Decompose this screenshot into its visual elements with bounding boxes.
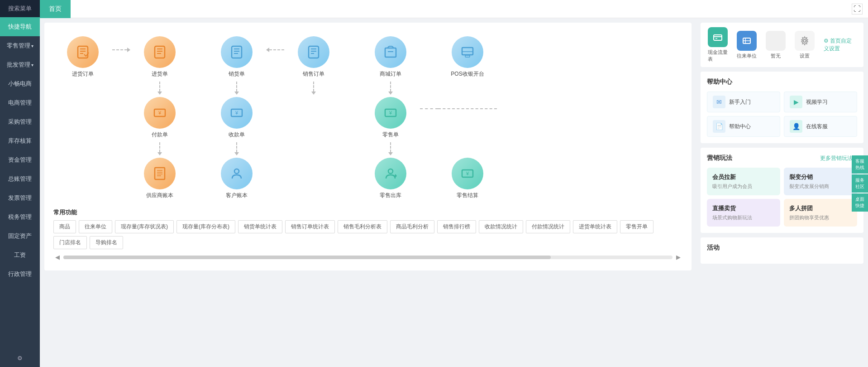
scroll-right[interactable]: ▶ [674,253,682,261]
func-btn-11[interactable]: 进货单统计表 [573,220,617,233]
func-btn-7[interactable]: 商品毛利分析 [390,220,434,233]
marketing-header: 营销玩法 更多营销玩法 > [707,154,857,162]
sidebar-item-admin[interactable]: 行政管理 [0,265,40,284]
help-center-title: 帮助中心 [707,78,857,86]
sidebar-item-invoice[interactable]: 发票管理 [0,188,40,208]
sidebar-item-ledger[interactable]: 总账管理 [0,169,40,188]
activity-card: 活动 [701,237,863,264]
node-supplier[interactable]: 供应商账本 [130,158,189,199]
node-pos[interactable]: POS收银开台 [438,36,497,78]
supplier-icon [144,158,176,189]
settings-icon [795,31,815,51]
sales-order-label: 销售订单 [303,70,324,78]
flow-diagram: 进货订单 进货 [53,32,682,204]
node-retail-settle[interactable]: ¥ 零售结算 [438,158,497,199]
node-payment[interactable]: ¥ 付款单 [130,97,189,139]
func-btn-8[interactable]: 销售排行榜 [437,220,476,233]
retail-settle-label: 零售结算 [457,192,478,199]
sidebar-item-retail[interactable]: 零售管理 [0,36,40,55]
float-service[interactable]: 客服热线 [852,155,868,174]
qa-item-cashflow[interactable]: 现金流量表 [708,27,728,63]
svg-point-32 [234,169,239,174]
sidebar-item-salary[interactable]: 工资 [0,246,40,265]
mall-order-icon [375,36,406,68]
node-customer[interactable]: 客户账本 [207,158,266,199]
help-item-video[interactable]: ▶ 视频学习 [784,92,857,112]
sidebar-search[interactable]: 搜索菜单 [0,0,40,17]
float-desktop[interactable]: 桌面快捷 [852,193,868,212]
marketing-group[interactable]: 多人拼团 拼团购物享受优惠 [784,199,857,227]
sidebar-item-quick-nav[interactable]: 快捷导航 [0,17,40,36]
units-label: 往来单位 [737,53,757,59]
help-item-beginner[interactable]: ✉ 新手入门 [707,92,780,112]
svg-text:¥: ¥ [466,171,469,176]
marketing-member[interactable]: 会员拉新 吸引用户成为会员 [707,168,780,195]
sidebar-item-ecommerce-small[interactable]: 小畅电商 [0,74,40,93]
svg-point-33 [388,169,393,174]
node-mall-order[interactable]: 商城订单 [361,36,420,78]
video-icon: ▶ [790,96,802,108]
retail-out-label: 零售出库 [380,192,401,199]
cashflow-label: 现金流量表 [708,49,728,63]
qa-item-settings[interactable]: 设置 [795,31,815,59]
arrow-mall-down [388,79,393,97]
func-btn-0[interactable]: 商品 [53,220,76,233]
customer-label: 客户账本 [226,192,248,199]
sidebar-item-wholesale[interactable]: 批发管理 [0,55,40,74]
sidebar-settings[interactable]: ⚙ [0,349,40,367]
node-retail-out[interactable]: 零售出库 [361,158,420,199]
purchase-label: 进货单 [152,70,168,78]
func-btn-2[interactable]: 现存量(库存状况表) [115,220,174,233]
sales-order-icon [298,36,329,68]
marketing-fission[interactable]: 裂变分销 裂变式发展分销商 [784,168,857,195]
sidebar-item-ecommerce[interactable]: 电商管理 [0,93,40,112]
fission-desc: 裂变式发展分销商 [789,183,852,190]
sidebar-item-assets[interactable]: 固定资产 [0,227,40,246]
tab-home[interactable]: 首页 [40,0,71,18]
svg-rect-20 [465,55,470,57]
svg-rect-18 [462,48,473,55]
func-btn-6[interactable]: 销售毛利分析表 [338,220,387,233]
scroll-left[interactable]: ◀ [53,253,62,261]
func-btn-13[interactable]: 门店排名 [53,236,87,249]
sidebar-item-purchase[interactable]: 采购管理 [0,112,40,131]
sidebar-item-finance[interactable]: 资金管理 [0,150,40,169]
func-btn-4[interactable]: 销货单统计表 [238,220,282,233]
node-sales[interactable]: 销货单 [207,36,266,78]
sidebar-item-tax[interactable]: 税务管理 [0,208,40,227]
help-item-help[interactable]: 📄 帮助中心 [707,116,780,137]
units-icon [737,31,757,51]
customize-link[interactable]: ⚙ 首页自定义设置 [824,37,856,53]
func-btn-12[interactable]: 零售开单 [620,220,653,233]
func-btn-9[interactable]: 收款情况统计 [479,220,523,233]
payment-icon: ¥ [144,97,176,129]
func-btn-5[interactable]: 销售订单统计表 [285,220,335,233]
sidebar-item-inventory[interactable]: 库存核算 [0,131,40,150]
float-community[interactable]: 服务社区 [852,174,868,193]
group-desc: 拼团购物享受优惠 [789,214,852,221]
receipt-icon: ¥ [221,97,253,129]
video-text: 视频学习 [806,98,828,106]
func-btn-14[interactable]: 导购排名 [90,236,123,249]
common-func-title: 常用功能 [53,208,682,217]
marketing-grid: 会员拉新 吸引用户成为会员 裂变分销 裂变式发展分销商 直播卖货 场景式购物新玩… [707,168,857,227]
sidebar: 搜索菜单 快捷导航 零售管理 批发管理 小畅电商 电商管理 采购管理 库存核算 … [0,0,40,367]
node-receipt[interactable]: ¥ 收款单 [207,97,266,139]
scroll-row: ◀ ▶ [53,253,682,261]
node-purchase-order[interactable]: 进货订单 [53,36,112,78]
group-title: 多人拼团 [789,204,852,212]
sales-label: 销货单 [229,70,245,78]
help-item-support[interactable]: 👤 在线客服 [784,116,857,137]
marketing-live[interactable]: 直播卖货 场景式购物新玩法 [707,199,780,227]
node-retail[interactable]: ¥ 零售单 [361,97,420,139]
scrollbar-track[interactable] [63,256,672,259]
fullscreen-button[interactable]: ⛶ [852,4,863,14]
right-panel: 现金流量表 往来单位 暂无 [696,18,868,367]
arrow-po-to-p [112,48,130,52]
func-btn-1[interactable]: 往来单位 [79,220,112,233]
qa-item-units[interactable]: 往来单位 [737,31,757,59]
func-btn-3[interactable]: 现存量(库存分布表) [176,220,235,233]
node-purchase[interactable]: 进货单 [130,36,189,78]
node-sales-order[interactable]: 销售订单 [284,36,343,78]
func-btn-10[interactable]: 付款情况统计 [526,220,570,233]
